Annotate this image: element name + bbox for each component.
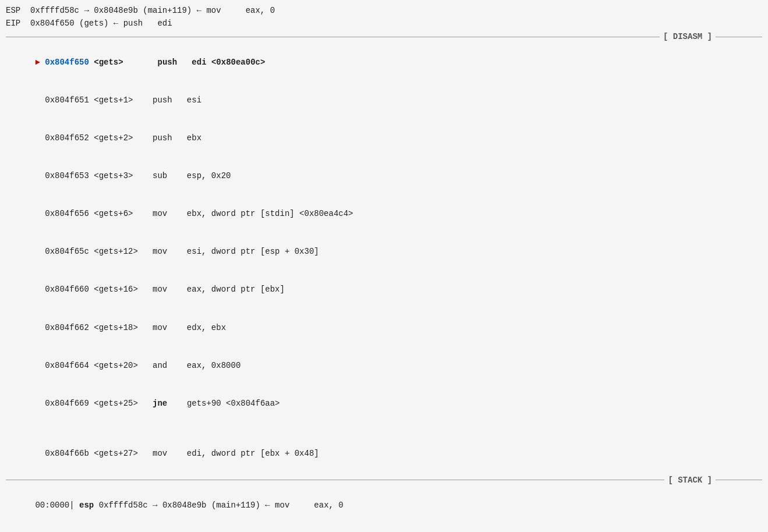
disasm-row-11: 0x804f66b <gets+27> mov edi, dword ptr […: [6, 435, 762, 473]
stack-table: 00:0000| esp 0xffffd58c → 0x8048e9b (mai…: [6, 487, 762, 532]
disasm-divider: [ DISASM ]: [6, 32, 762, 41]
esp-label: esp: [79, 501, 94, 510]
stack-row-0: 00:0000| esp 0xffffd58c → 0x8048e9b (mai…: [6, 487, 762, 525]
disasm-row-10: [6, 423, 762, 435]
op-0: push: [158, 58, 178, 67]
disasm-row-5: 0x804f65c <gets+12> mov esi, dword ptr […: [6, 233, 762, 271]
disasm-row-9: 0x804f669 <gets+25> jne gets+90 <0x804f6…: [6, 385, 762, 423]
stack-row-1: 01:0004| 0xffffd590 → 0xffffd5ac ← 0x3: [6, 525, 762, 532]
sym-0: <gets>: [94, 58, 123, 67]
disasm-row-4: 0x804f656 <gets+6> mov ebx, dword ptr [s…: [6, 196, 762, 233]
disasm-row-3: 0x804f653 <gets+3> sub esp, 0x20: [6, 158, 762, 196]
args-0: edi <0x80ea00c>: [192, 58, 265, 67]
esp-register: ESP 0xffffd58c → 0x8048e9b (main+119) ← …: [6, 5, 762, 17]
disasm-label: [ DISASM ]: [660, 32, 716, 41]
disasm-row-1: 0x804f651 <gets+1> push esi: [6, 81, 762, 119]
stack-label: [ STACK ]: [664, 476, 716, 485]
disasm-row-8: 0x804f664 <gets+20> and eax, 0x8000: [6, 347, 762, 385]
eip-register: EIP 0x804f650 (gets) ← push edi: [6, 17, 762, 30]
current-arrow-0: ►: [35, 58, 40, 67]
jne-op: jne: [153, 399, 167, 408]
stack-divider: [ STACK ]: [6, 476, 762, 485]
disasm-row-0: ► 0x804f650 <gets> push edi <0x80ea00c>: [6, 44, 762, 81]
disasm-table: ► 0x804f650 <gets> push edi <0x80ea00c> …: [6, 44, 762, 473]
disasm-row-6: 0x804f660 <gets+16> mov eax, dword ptr […: [6, 271, 762, 309]
terminal: ESP 0xffffd58c → 0x8048e9b (main+119) ← …: [0, 0, 768, 532]
addr-0: 0x804f650: [45, 58, 89, 67]
disasm-row-2: 0x804f652 <gets+2> push ebx: [6, 120, 762, 158]
disasm-row-7: 0x804f662 <gets+18> mov edx, ebx: [6, 309, 762, 347]
